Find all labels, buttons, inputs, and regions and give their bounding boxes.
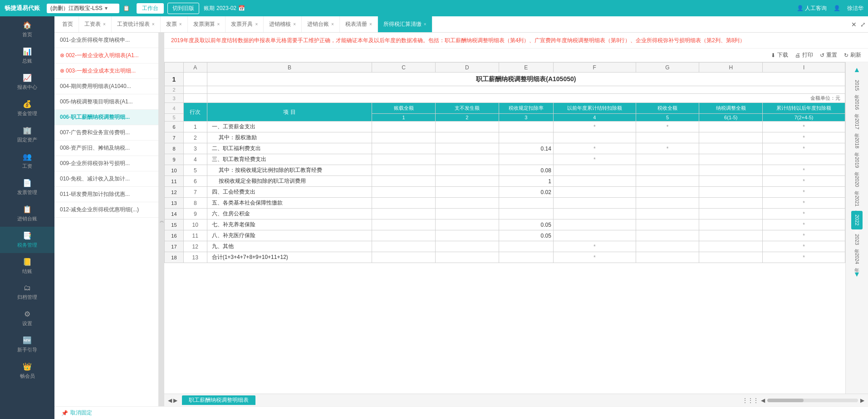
row-18-d[interactable]: [435, 252, 499, 263]
tab-invoice-open[interactable]: 发票开具 ×: [226, 16, 264, 32]
row-9-e[interactable]: [499, 154, 553, 165]
user-name[interactable]: 徐洁华: [847, 5, 863, 12]
row-10-d[interactable]: [435, 165, 499, 176]
year-2018[interactable]: 2018年: [851, 134, 863, 152]
year-down-nav[interactable]: ▼: [852, 269, 862, 280]
bottom-sheet-tab[interactable]: 职工薪酬纳税调整明细表: [182, 395, 255, 405]
row-12-f[interactable]: [553, 187, 636, 198]
year-2023[interactable]: 2023年: [851, 230, 863, 248]
row-16-f[interactable]: [553, 230, 636, 241]
row-18-g[interactable]: [636, 252, 699, 263]
row-16-g[interactable]: [636, 230, 699, 241]
row-9-g[interactable]: [636, 154, 699, 165]
year-2016[interactable]: 2016年: [851, 95, 863, 113]
row-13-f[interactable]: [553, 198, 636, 209]
list-item-006[interactable]: 006-职工薪酬纳税调整明细...: [54, 110, 158, 125]
list-item-002[interactable]: ⊗002-一般企业收入明细表(A1...: [54, 48, 158, 63]
row-14-h[interactable]: [699, 209, 763, 219]
sidebar-item-archive[interactable]: 🗂 归档管理: [0, 279, 54, 305]
tab-close-all-icon[interactable]: ✕: [851, 21, 857, 28]
refresh-button[interactable]: ↻ 刷新: [844, 51, 861, 59]
row-18-e[interactable]: [499, 252, 553, 263]
sidebar-item-purchase-sales[interactable]: 📋 进销台账: [0, 200, 54, 227]
row-13-d[interactable]: [435, 198, 499, 209]
year-2021[interactable]: 2021年: [851, 192, 863, 210]
year-up-nav[interactable]: ▲: [852, 64, 862, 75]
row-6-d[interactable]: [435, 122, 499, 132]
row-13-e[interactable]: [499, 198, 553, 209]
row-14-f[interactable]: [553, 209, 636, 219]
row-13-c[interactable]: [372, 198, 436, 209]
row-8-h[interactable]: [699, 143, 763, 154]
workspace-button[interactable]: 工作台: [137, 3, 164, 14]
tab-invoice-open-close[interactable]: ×: [255, 22, 258, 27]
row-10-g[interactable]: [636, 165, 699, 176]
list-item-003[interactable]: ⊗003-一般企业成本支出明细...: [54, 63, 158, 79]
tab-in-out-check-close[interactable]: ×: [293, 22, 296, 27]
list-item-012[interactable]: 012-减免企业所得税优惠明细(...): [54, 202, 158, 218]
sidebar-item-invoice[interactable]: 📄 发票管理: [0, 174, 54, 200]
row-7-g[interactable]: [636, 132, 699, 143]
print-button[interactable]: 🖨 打印: [795, 51, 813, 59]
sidebar-item-fund[interactable]: 💰 资金管理: [0, 95, 54, 122]
row-17-g[interactable]: [636, 241, 699, 252]
tab-invoice-close[interactable]: ×: [179, 22, 182, 27]
sidebar-item-home[interactable]: 🏠 首页: [0, 16, 54, 43]
row-15-g[interactable]: [636, 219, 699, 230]
row-16-d[interactable]: [435, 230, 499, 241]
sidebar-item-settings[interactable]: ⚙ 设置: [0, 305, 54, 331]
row-11-h[interactable]: [699, 176, 763, 187]
row-18-h[interactable]: [699, 252, 763, 263]
row-14-d[interactable]: [435, 209, 499, 219]
customer-service[interactable]: 👤 人工客询: [797, 5, 827, 12]
tab-in-out-check[interactable]: 进销稽核 ×: [264, 16, 302, 32]
tab-invoice-calc[interactable]: 发票测算 ×: [188, 16, 226, 32]
tab-salary[interactable]: 工资表 ×: [79, 16, 112, 32]
row-9-c[interactable]: [372, 154, 436, 165]
list-item-011[interactable]: 011-研发费用加计扣除优惠...: [54, 187, 158, 202]
sidebar-item-report[interactable]: 📈 报表中心: [0, 69, 54, 95]
row-14-g[interactable]: [636, 209, 699, 219]
tab-income-tax-close[interactable]: ×: [424, 22, 427, 27]
row-12-c[interactable]: [372, 187, 436, 198]
row-6-e[interactable]: [499, 122, 553, 132]
row-11-c[interactable]: [372, 176, 436, 187]
row-8-c[interactable]: [372, 143, 436, 154]
row-11-g[interactable]: [636, 176, 699, 187]
row-15-d[interactable]: [435, 219, 499, 230]
row-10-c[interactable]: [372, 165, 436, 176]
row-14-e[interactable]: [499, 209, 553, 219]
year-2017[interactable]: 2017年: [851, 115, 863, 133]
row-16-c[interactable]: [372, 230, 436, 241]
row-9-d[interactable]: [435, 154, 499, 165]
tab-salary-close[interactable]: ×: [103, 22, 106, 27]
list-item-001[interactable]: 001-企业所得税年度纳税申...: [54, 33, 158, 48]
tab-income-tax[interactable]: 所得税汇算清缴 ×: [378, 16, 432, 32]
sidebar-item-salary[interactable]: 👥 工资: [0, 148, 54, 174]
sidebar-item-close-account[interactable]: 📒 结账: [0, 253, 54, 279]
row-6-c[interactable]: [372, 122, 436, 132]
sidebar-item-vip[interactable]: 👑 畅会员: [0, 358, 54, 384]
row-12-g[interactable]: [636, 187, 699, 198]
sidebar-item-fixed-asset[interactable]: 🏢 固定资产: [0, 122, 54, 148]
tab-in-out-ledger[interactable]: 进销台账 ×: [302, 16, 340, 32]
row-7-h[interactable]: [699, 132, 763, 143]
bottom-scroll-left[interactable]: ◀: [761, 397, 765, 404]
bottom-more-icon[interactable]: ⋮⋮⋮: [742, 397, 759, 404]
bottom-nav-right[interactable]: ▶: [173, 397, 177, 404]
row-11-d[interactable]: [435, 176, 499, 187]
tab-invoice[interactable]: 发票 ×: [161, 16, 188, 32]
collapse-toggle[interactable]: 《: [159, 33, 164, 406]
company-selector[interactable]: (勿删）江西殴宝-LSS ▾: [47, 4, 119, 13]
row-16-h[interactable]: [699, 230, 763, 241]
tab-salary-report[interactable]: 工资统计报表 ×: [112, 16, 161, 32]
row-17-h[interactable]: [699, 241, 763, 252]
list-item-007[interactable]: 007-广告费和业务宣传费明...: [54, 125, 158, 141]
row-6-h[interactable]: [699, 122, 763, 132]
row-17-c[interactable]: [372, 241, 436, 252]
row-15-h[interactable]: [699, 219, 763, 230]
row-12-d[interactable]: [435, 187, 499, 198]
period-selector[interactable]: 账期 2023-02 📅: [204, 5, 245, 12]
old-version-button[interactable]: 切到旧版: [167, 3, 199, 14]
tab-invoice-calc-close[interactable]: ×: [217, 22, 220, 27]
